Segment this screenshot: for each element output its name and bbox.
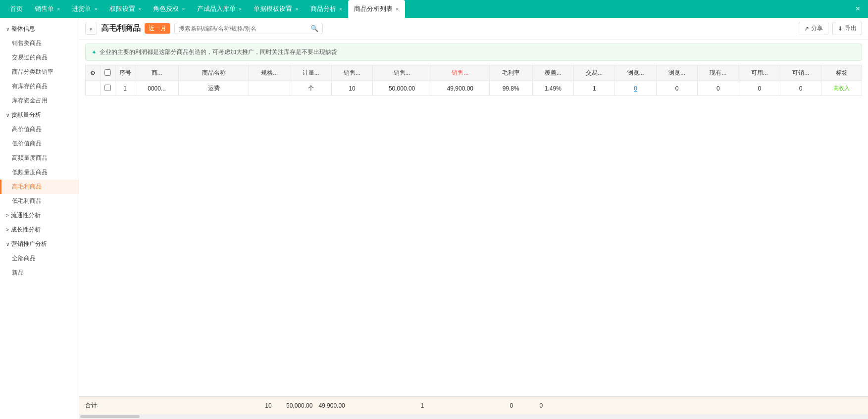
main-layout: ∨ 整体信息 销售类商品 交易过的商品 商品分类助销率 有库存的商品 库存资金占… [0,18,868,419]
nav-role-auth[interactable]: 角色授权 × [147,0,191,18]
cell-spec [249,81,290,96]
sidebar-section-overall[interactable]: ∨ 整体信息 [0,22,79,36]
col-gross-rate: 毛利率 [489,65,532,81]
sidebar-section-growth[interactable]: > 成长性分析 [0,223,79,237]
nav-product-inbound[interactable]: 产成品入库单 × [191,0,248,18]
close-all-button[interactable]: × [852,4,864,13]
cell-saleable: 0 [780,81,821,96]
cell-current: 0 [698,81,739,96]
sidebar-item-low-margin[interactable]: 低毛利商品 [0,194,79,208]
table-row: 1 0000... 运费 个 10 50,000.00 49,900.00 99… [86,81,862,96]
cell-coverage: 1.49% [532,81,573,96]
horizontal-scrollbar[interactable] [79,414,868,419]
close-product-inbound-icon[interactable]: × [239,6,242,12]
sidebar-section-contribution[interactable]: ∨ 贡献量分析 [0,108,79,122]
sidebar-item-high-freq[interactable]: 高频量度商品 [0,151,79,165]
sidebar-item-category-rate[interactable]: 商品分类助销率 [0,65,79,79]
cell-sale-amount: 50,000.00 [373,81,431,96]
top-nav: 首页 销售单 × 进货单 × 权限设置 × 角色授权 × 产成品入库单 × 单据… [0,0,868,18]
close-product-analysis-list-icon[interactable]: × [396,6,399,12]
cell-checkbox[interactable] [101,81,115,96]
row-checkbox[interactable] [104,85,111,91]
col-saleable: 可销... [780,65,821,81]
sidebar-item-all-goods[interactable]: 全部商品 [0,251,79,266]
footer-sale-profit: 49,900.00 [315,402,348,409]
sidebar-section-marketing[interactable]: ∨ 营销推广分析 [0,237,79,251]
cell-index: 1 [115,81,135,96]
nav-product-analysis-list[interactable]: 商品分析列表 × [348,0,405,18]
close-template-settings-icon[interactable]: × [295,6,298,12]
sidebar-section-liquidity[interactable]: > 流通性分析 [0,208,79,223]
close-permission-settings-icon[interactable]: × [138,6,141,12]
nav-product-analysis[interactable]: 商品分析 × [305,0,348,18]
close-purchase-order-icon[interactable]: × [94,6,97,12]
sidebar-item-traded-goods[interactable]: 交易过的商品 [0,50,79,65]
footer-sale-qty: 10 [254,402,283,409]
cell-tag: 高收入 [821,81,862,96]
col-index: 序号 [115,65,135,81]
content-header: « 高毛利商品 近一月 🔍 ↗ 分享 ⬇ 导出 [79,18,868,40]
search-input[interactable] [179,25,308,32]
col-available: 可用... [739,65,780,81]
chevron-down-icon: ∨ [6,112,9,118]
sidebar-item-high-margin[interactable]: 高毛利商品 [0,180,79,194]
cell-browse2: 0 [656,81,697,96]
search-icon[interactable]: 🔍 [310,25,318,32]
cell-unit: 个 [290,81,331,96]
nav-home[interactable]: 首页 [4,0,29,18]
table-wrapper: ⚙ 序号 商... 商品名称 规格... 计量... 销售... 销售... 销… [79,65,868,396]
col-browse2: 浏览... [656,65,697,81]
page-title: 高毛利商品 [101,23,141,34]
export-button[interactable]: ⬇ 导出 [832,22,862,35]
sidebar-item-low-value[interactable]: 低价值商品 [0,137,79,151]
table-header-row: ⚙ 序号 商... 商品名称 规格... 计量... 销售... 销售... 销… [86,65,862,81]
footer-sale-amount: 50,000.00 [283,402,315,409]
col-sale-qty: 销售... [331,65,372,81]
close-role-auth-icon[interactable]: × [182,6,185,12]
scrollbar-thumb[interactable] [80,415,140,418]
footer-trade: 1 [408,402,437,409]
sidebar-item-sale-goods[interactable]: 销售类商品 [0,36,79,50]
col-coverage: 覆盖... [532,65,573,81]
col-spec: 规格... [249,65,290,81]
export-icon: ⬇ [838,25,843,32]
col-current: 现有... [698,65,739,81]
footer-current: 0 [497,402,526,409]
collapse-sidebar-button[interactable]: « [85,23,97,35]
data-table: ⚙ 序号 商... 商品名称 规格... 计量... 销售... 销售... 销… [85,65,862,96]
cell-gross-rate: 99.8% [489,81,532,96]
info-icon: ✦ [92,49,97,56]
col-trade: 交易... [574,65,615,81]
chevron-right-icon: > [6,213,9,218]
sidebar-item-high-value[interactable]: 高价值商品 [0,122,79,137]
nav-permission-settings[interactable]: 权限设置 × [103,0,147,18]
cell-available: 0 [739,81,780,96]
table-footer: 合计: 10 50,000.00 49,900.00 1 0 0 [79,396,868,414]
nav-purchase-order[interactable]: 进货单 × [66,0,103,18]
share-icon: ↗ [804,25,809,32]
share-button[interactable]: ↗ 分享 [799,22,828,35]
sidebar-item-stock-capital[interactable]: 库存资金占用 [0,93,79,108]
col-checkbox [101,65,115,81]
nav-template-settings[interactable]: 单据模板设置 × [248,0,304,18]
nav-sales-order[interactable]: 销售单 × [29,0,66,18]
col-unit: 计量... [290,65,331,81]
chevron-right-icon: > [6,227,9,233]
col-tag: 标签 [821,65,862,81]
sidebar-item-new-goods[interactable]: 新品 [0,266,79,280]
sidebar: ∨ 整体信息 销售类商品 交易过的商品 商品分类助销率 有库存的商品 库存资金占… [0,18,79,419]
footer-label: 合计: [85,401,115,410]
sidebar-item-stocked-goods[interactable]: 有库存的商品 [0,79,79,93]
time-filter-button[interactable]: 近一月 [145,23,170,34]
col-settings[interactable]: ⚙ [86,65,101,81]
info-banner: ✦ 企业的主要的利润都是这部分商品创造的，可考虑加大推广，同时关注库存是不要出现… [85,44,862,61]
chevron-down-icon: ∨ [6,241,9,247]
close-product-analysis-icon[interactable]: × [339,6,342,12]
cell-name: 运费 [179,81,249,96]
cell-code: 0000... [135,81,179,96]
close-sales-order-icon[interactable]: × [57,6,60,12]
sidebar-item-low-freq[interactable]: 低频量度商品 [0,165,79,180]
select-all-checkbox[interactable] [104,69,111,76]
cell-browse1[interactable]: 0 [615,81,656,96]
col-sale-profit: 销售... [431,65,489,81]
